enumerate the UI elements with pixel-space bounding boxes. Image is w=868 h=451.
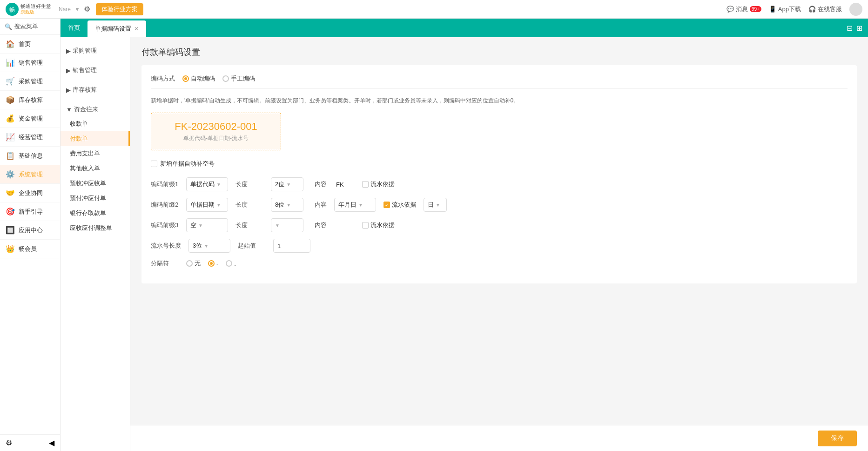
prefix3-select[interactable]: 空 ▼: [186, 218, 228, 232]
length2-select[interactable]: 8位 ▼: [271, 198, 303, 212]
settings-bottom-icon[interactable]: ⚙: [6, 438, 12, 447]
info-text: 新增单据时，'单据编码'自动生成，不可编辑。前缀设置为部门、业务员等档案类。开单…: [151, 96, 848, 105]
sidebar-menu-item-system[interactable]: ⚙️ 系统管理: [0, 165, 60, 184]
separator-dot-label: .: [234, 260, 236, 267]
sub-group-finance: ▼ 资金往来 收款单 付款单 费用支出单 其他收入单 预收冲应收单 预付冲应付单…: [61, 100, 130, 238]
app-name: 畅通道好生意: [20, 3, 51, 9]
sidebar-item-label: 库存核算: [19, 96, 43, 104]
app-download-btn[interactable]: 📱 App下载: [769, 5, 801, 13]
content2-select[interactable]: 年月日 ▼: [334, 198, 376, 212]
separator-dot[interactable]: .: [226, 260, 236, 267]
prefix2-select[interactable]: 单据日期 ▼: [186, 198, 228, 212]
sidebar-menu-item-purchase[interactable]: 🛒 采购管理: [0, 72, 60, 91]
tab-home[interactable]: 首页: [61, 19, 87, 37]
length2-arrow-icon: ▼: [286, 202, 291, 208]
messages-btn[interactable]: 💬 消息 99+: [727, 5, 761, 13]
sidebar-menu-item-guide[interactable]: 🎯 新手引导: [0, 202, 60, 221]
serial-start-input[interactable]: [273, 239, 310, 253]
stream1-label: 流水依据: [370, 180, 395, 188]
separator-dash-label: -: [216, 260, 218, 267]
sidebar-bottom: ⚙ ◀: [0, 434, 60, 451]
system-icon: ⚙️: [6, 170, 15, 179]
message-icon: 💬: [727, 6, 734, 13]
radio-auto-label: 自动编码: [191, 74, 215, 83]
messages-label: 消息: [736, 5, 748, 13]
radio-auto-encode[interactable]: 自动编码: [182, 74, 215, 83]
stream2-select-arrow-icon: ▼: [436, 202, 440, 208]
encode-method-radio-group: 自动编码 手工编码: [182, 74, 255, 83]
tab-expand-icon[interactable]: ⊞: [856, 24, 862, 33]
sub-item-expense[interactable]: 费用支出单: [61, 146, 130, 161]
sub-item-receipt[interactable]: 收款单: [61, 116, 130, 131]
prefix2-value: 单据日期: [190, 201, 215, 209]
sidebar-menu-item-enterprise[interactable]: 🤝 企业协同: [0, 184, 60, 202]
config-row-1: 编码前缀1 单据代码 ▼ 长度 2位 ▼ 内容 FK: [151, 177, 848, 191]
sub-item-advance-receipt[interactable]: 预收冲应收单: [61, 176, 130, 191]
nav-dropdown-arrow[interactable]: ▼: [74, 6, 80, 13]
sub-item-payment[interactable]: 付款单: [61, 131, 130, 146]
sub-header-finance[interactable]: ▼ 资金往来: [61, 102, 130, 116]
stream1-checkbox[interactable]: [362, 181, 369, 188]
config-row-3: 编码前缀3 空 ▼ 长度 ▼ 内容: [151, 218, 848, 232]
stream2-checkbox[interactable]: ✓: [384, 202, 390, 208]
main-content: 付款单编码设置 编码方式 自动编码: [130, 37, 868, 425]
radio-manual-encode[interactable]: 手工编码: [222, 74, 255, 83]
stream2-select[interactable]: 日 ▼: [424, 198, 447, 212]
length3-label: 长度: [236, 221, 263, 229]
tab-close-icon[interactable]: ✕: [134, 26, 139, 32]
sub-header-inventory[interactable]: ▶ 库存核算: [61, 83, 130, 97]
length3-select[interactable]: ▼: [271, 218, 303, 232]
app-download-label: App下载: [778, 5, 801, 13]
stream3-checkbox[interactable]: [362, 222, 369, 229]
auto-fill-label: 新增单据自动补空号: [160, 160, 215, 168]
arrow-down-icon: ▼: [66, 106, 72, 113]
content1-label: 内容: [315, 180, 327, 188]
online-service-btn[interactable]: 🎧 在线客服: [808, 5, 842, 13]
settings-icon[interactable]: ⚙: [84, 5, 90, 13]
sub-header-purchase[interactable]: ▶ 采购管理: [61, 44, 130, 58]
stream1-checkbox-row: 流水依据: [362, 180, 395, 188]
topbar: 畅 畅通道好生意 旗舰版 Nare ▼ ⚙ 体验行业方案 💬 消息 99+ 📱 …: [0, 0, 868, 19]
sidebar-item-label: 资金管理: [19, 114, 43, 123]
trial-btn[interactable]: 体验行业方案: [96, 3, 143, 15]
sidebar-menu-item-sales[interactable]: 📊 销售管理: [0, 54, 60, 72]
search-menu-btn[interactable]: 🔍 搜索菜单: [0, 19, 60, 35]
stream2-label: 流水依据: [392, 201, 416, 209]
content1-value: FK: [336, 181, 355, 188]
svg-text:畅: 畅: [9, 7, 15, 13]
sub-item-other-income[interactable]: 其他收入单: [61, 161, 130, 176]
sidebar-menu-item-operations[interactable]: 📈 经营管理: [0, 128, 60, 147]
sub-item-advance-payment[interactable]: 预付冲应付单: [61, 191, 130, 206]
separator-none[interactable]: 无: [186, 259, 201, 268]
home-icon: 🏠: [6, 40, 15, 48]
prefix3-label: 编码前缀3: [151, 221, 179, 229]
search-label: 搜索菜单: [14, 22, 38, 31]
sidebar-menu-item-finance[interactable]: 💰 资金管理: [0, 109, 60, 128]
sidebar-item-label: 首页: [19, 40, 31, 48]
radio-auto-dot: [182, 75, 189, 82]
sidebar-item-label: 基础信息: [19, 152, 43, 160]
separator-row: 分隔符 无 - .: [151, 259, 848, 268]
sidebar-menu-item-apps[interactable]: 🔲 应用中心: [0, 221, 60, 240]
tab-encode-settings[interactable]: 单据编码设置 ✕: [87, 20, 146, 37]
sidebar-menu-item-basic[interactable]: 📋 基础信息: [0, 147, 60, 165]
encode-method-label: 编码方式: [151, 74, 175, 83]
guide-icon: 🎯: [6, 207, 15, 216]
save-button[interactable]: 保存: [818, 431, 857, 446]
serial-arrow-icon: ▼: [204, 243, 209, 249]
sidebar-menu-item-inventory[interactable]: 📦 库存核算: [0, 91, 60, 109]
length1-select[interactable]: 2位 ▼: [271, 177, 303, 191]
sub-item-bank[interactable]: 银行存取款单: [61, 206, 130, 221]
separator-dash[interactable]: -: [208, 260, 218, 267]
user-avatar[interactable]: [849, 3, 862, 16]
auto-fill-checkbox[interactable]: [151, 161, 157, 167]
sidebar-menu-item-vip[interactable]: 👑 畅会员: [0, 240, 60, 258]
sidebar-item-label: 企业协同: [19, 189, 43, 197]
serial-length-select[interactable]: 3位 ▼: [188, 239, 230, 253]
sub-item-adjust[interactable]: 应收应付调整单: [61, 221, 130, 236]
collapse-icon[interactable]: ◀: [49, 438, 54, 447]
tab-minimize-icon[interactable]: ⊟: [847, 24, 853, 33]
sub-header-sales[interactable]: ▶ 销售管理: [61, 63, 130, 77]
sidebar-menu-item-home[interactable]: 🏠 首页: [0, 35, 60, 54]
prefix1-select[interactable]: 单据代码 ▼: [186, 177, 228, 191]
